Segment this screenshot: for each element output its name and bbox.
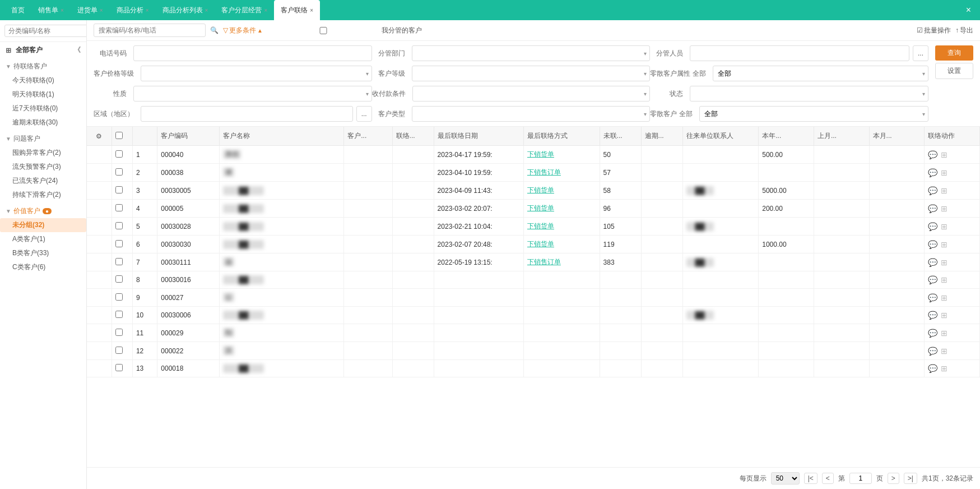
first-page-btn[interactable]: |< [804,473,818,484]
row-chat-icon[interactable]: 💬 [928,258,937,267]
my-customers-checkbox[interactable] [267,27,379,34]
sidebar-item-hoarding[interactable]: 囤购异常客户(2) [0,146,86,160]
row-grid-icon[interactable]: ⊞ [941,150,948,159]
tab-sales-close[interactable]: × [61,7,64,13]
sidebar-item-class-b[interactable]: B类客户(33) [0,246,86,260]
row-grid-icon[interactable]: ⊞ [941,329,948,338]
row-chat-icon[interactable]: 💬 [928,204,937,213]
row-chat-icon[interactable]: 💬 [928,364,937,373]
row-checkbox[interactable] [115,364,123,371]
row-checkbox[interactable] [115,240,123,247]
col-code[interactable]: 客户编码 [157,127,220,146]
row-chat-icon[interactable]: 💬 [928,329,937,338]
filter-scatter-attr-select[interactable]: 全部 [713,66,928,81]
row-grid-icon[interactable]: ⊞ [941,347,948,356]
row-grid-icon[interactable]: ⊞ [941,240,948,249]
filter-payment-select[interactable] [412,86,651,102]
prev-page-btn[interactable]: < [822,473,834,484]
filter-customer-type-select[interactable] [412,106,651,122]
filter-customer-level-select[interactable] [412,66,651,81]
search-input[interactable] [94,24,206,37]
row-grid-icon[interactable]: ⊞ [941,275,948,284]
query-button[interactable]: 查询 [935,45,973,61]
row-last-contact-way-link[interactable]: 下销货单 [527,150,554,158]
sidebar-item-class-a[interactable]: A类客户(1) [0,232,86,246]
tab-sales[interactable]: 销售单 × [31,0,71,20]
row-checkbox[interactable] [115,258,123,265]
sidebar-item-ungroup[interactable]: 未分组(32) [0,218,86,232]
filter-manager-input[interactable] [690,45,909,61]
filter-price-level-select[interactable] [141,66,372,81]
col-last-month[interactable]: 上月... [814,127,869,146]
batch-operation-button[interactable]: ☑ 批量操作 [917,26,951,35]
filter-dept-select[interactable] [412,45,651,61]
tab-product-analysis-close[interactable]: × [146,7,149,13]
row-grid-icon[interactable]: ⊞ [941,222,948,231]
row-last-contact-way-link[interactable]: 下销货单 [527,186,554,194]
row-chat-icon[interactable]: 💬 [928,168,937,177]
row-checkbox[interactable] [115,347,123,354]
tab-customer-contact[interactable]: 客户联络 × [274,0,320,20]
col-this-month[interactable]: 本月... [869,127,925,146]
category-search-input[interactable] [4,25,87,37]
row-chat-icon[interactable]: 💬 [928,311,937,320]
col-overdue[interactable]: 逾期... [641,127,682,146]
search-icon-btn[interactable]: 🔍 [210,26,219,34]
next-page-btn[interactable]: > [888,473,899,484]
row-grid-icon[interactable]: ⊞ [941,186,948,195]
filter-manager-more-btn[interactable]: ... [913,45,928,61]
sidebar-item-declining[interactable]: 持续下滑客户(2) [0,188,86,202]
sidebar-item-tomorrow-pending[interactable]: 明天待联络(1) [0,87,86,102]
filter-region-input[interactable] [141,106,353,122]
sidebar-group-pending-title[interactable]: ▼ 待联络客户 [0,59,86,73]
sidebar-group-problem-title[interactable]: ▼ 问题客户 [0,132,86,146]
col-name[interactable]: 客户名称 [220,127,344,146]
filter-region-more-btn[interactable]: ... [356,106,372,122]
col-select-all[interactable] [112,127,132,146]
row-checkbox[interactable] [115,222,123,229]
row-last-contact-way-link[interactable]: 下销售订单 [527,168,561,176]
tab-purchase[interactable]: 进货单 × [71,0,110,20]
current-page-input[interactable] [849,473,872,484]
export-button[interactable]: ↑ 导出 [955,26,973,35]
row-checkbox[interactable] [115,329,123,336]
filter-status-select[interactable] [690,86,928,102]
col-this-year[interactable]: 本年... [759,127,814,146]
tab-purchase-close[interactable]: × [100,7,103,13]
row-grid-icon[interactable]: ⊞ [941,364,948,373]
sidebar-group-value-title[interactable]: ▼ 价值客户 ● [0,204,86,218]
row-checkbox[interactable] [115,168,123,176]
row-chat-icon[interactable]: 💬 [928,222,937,231]
row-checkbox[interactable] [115,204,123,211]
row-last-contact-way-link[interactable]: 下销货单 [527,204,554,212]
sidebar-item-today-pending[interactable]: 今天待联络(0) [0,73,86,87]
row-checkbox[interactable] [115,275,123,283]
row-chat-icon[interactable]: 💬 [928,150,937,159]
row-checkbox[interactable] [115,293,123,301]
row-last-contact-way-link[interactable]: 下销售订单 [527,258,561,266]
window-close-button[interactable]: × [962,5,976,15]
tab-product-analysis-list[interactable]: 商品分析列表 × [156,0,215,20]
more-filters-button[interactable]: ▽ 更多条件 ▲ [223,26,263,35]
col-settings[interactable]: ⚙ [87,127,112,146]
filter-nature-select[interactable] [133,86,372,102]
tab-customer-segment[interactable]: 客户分层经营 × [215,0,274,20]
filter-phone-input[interactable] [133,45,372,61]
reset-button[interactable]: 设置 [935,63,973,79]
row-chat-icon[interactable]: 💬 [928,347,937,356]
per-page-select[interactable]: 50 100 200 [771,472,800,485]
tab-product-analysis[interactable]: 商品分析 × [110,0,156,20]
sidebar-item-overdue-pending[interactable]: 逾期未联络(30) [0,116,86,130]
row-last-contact-way-link[interactable]: 下销货单 [527,222,554,230]
col-type[interactable]: 客户... [344,127,392,146]
collapse-icon[interactable]: 《 [74,45,81,55]
row-grid-icon[interactable]: ⊞ [941,168,948,177]
tab-customer-contact-close[interactable]: × [310,7,313,13]
row-checkbox[interactable] [115,186,123,193]
row-grid-icon[interactable]: ⊞ [941,293,948,302]
my-customers-checkbox-label[interactable]: 我分管的客户 [267,26,422,35]
row-grid-icon[interactable]: ⊞ [941,204,948,213]
row-checkbox[interactable] [115,311,123,318]
row-grid-icon[interactable]: ⊞ [941,311,948,320]
row-chat-icon[interactable]: 💬 [928,240,937,249]
